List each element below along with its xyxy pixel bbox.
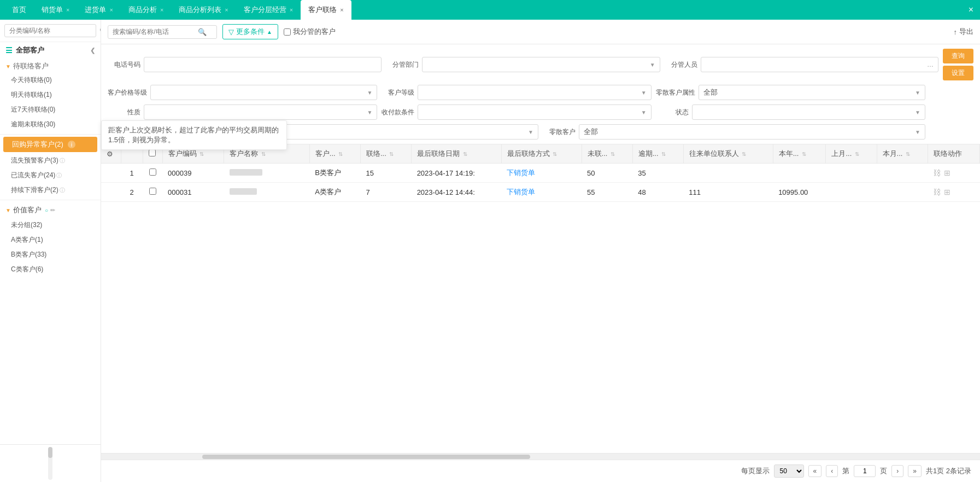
row2-checkbox[interactable] (143, 183, 162, 202)
col-customer-type[interactable]: 客户... ⇅ (309, 144, 360, 164)
col-last-contact-method[interactable]: 最后联络方式 ⇅ (501, 144, 582, 164)
filter-price-level-select[interactable]: ▼ (150, 85, 377, 100)
export-btn[interactable]: ↑ 导出 (954, 27, 974, 37)
filter-dept-label: 分管部门 (386, 60, 419, 69)
filter-payment-select[interactable]: ▼ (418, 104, 651, 120)
sidebar-item-churned[interactable]: 已流失客户(24) ⓘ (0, 168, 101, 183)
close-customer-tier[interactable]: × (290, 7, 293, 13)
scroll-thumb[interactable] (202, 455, 530, 459)
sidebar-item-tomorrow[interactable]: 明天待联络(1) (0, 88, 101, 102)
sidebar-scrollbar[interactable] (48, 447, 52, 480)
nav-product-analysis[interactable]: 商品分析 × (121, 0, 171, 20)
col-last-month[interactable]: 上月... ⇅ (826, 144, 877, 164)
filter-search-icon[interactable]: 🔍 (198, 28, 207, 36)
pending-contact-group: ▼ 待联络客户 (0, 59, 101, 73)
filter-manager-select[interactable]: … (701, 57, 938, 72)
sidebar-item-7days[interactable]: 近7天待联络(0) (0, 102, 101, 117)
nav-sales-order[interactable]: 销货单 × (34, 0, 77, 20)
settings-btn[interactable]: 设置 (943, 66, 973, 80)
col-this-month[interactable]: 本月... ⇅ (877, 144, 928, 164)
col-this-year[interactable]: 本年... ⇅ (773, 144, 826, 164)
sidebar-item-class-a[interactable]: A类客户(1) (0, 233, 101, 247)
row1-method-link[interactable]: 下销货单 (507, 169, 535, 177)
sidebar-item-repurchase-anomaly[interactable]: 回购异常客户(2) i (3, 137, 97, 152)
nav-product-analysis-list[interactable]: 商品分析列表 × (171, 0, 236, 20)
filter-search-input[interactable] (113, 28, 195, 36)
last-page-btn[interactable]: » (908, 465, 922, 477)
close-sales-order[interactable]: × (66, 7, 69, 13)
window-close-btn[interactable]: × (969, 5, 973, 15)
all-customers-header[interactable]: ☰ 全部客户 ❮ (0, 42, 101, 59)
page-number-input[interactable] (854, 465, 876, 477)
filter-retail-attr-select[interactable]: 全部 ▼ (699, 85, 925, 100)
row2-select[interactable] (149, 188, 156, 195)
filter-nature-select[interactable]: ▼ (144, 104, 377, 120)
close-product-analysis-list[interactable]: × (225, 7, 228, 13)
next-page-btn[interactable]: › (891, 465, 903, 477)
per-page-select[interactable]: 50 100 200 (774, 464, 804, 478)
more-filters-btn[interactable]: ▽ 更多条件 ▲ (222, 24, 278, 39)
nav-customer-tier[interactable]: 客户分层经营 × (236, 0, 301, 20)
nav-home[interactable]: 首页 (4, 0, 34, 20)
row1-select[interactable] (149, 169, 156, 176)
filter-customer-level-select[interactable]: ▼ (418, 85, 651, 100)
filter-row-1: 电话号码 分管部门 ▼ 分管人员 … (108, 49, 973, 80)
customer-level-arrow-icon: ▼ (641, 90, 647, 96)
manager-dots[interactable]: … (927, 61, 934, 68)
filter-dept-select[interactable]: ▼ (422, 57, 660, 72)
select-all-checkbox[interactable] (149, 149, 156, 156)
sort-unit-icon: ⇅ (742, 151, 746, 157)
my-customer-checkbox[interactable] (284, 28, 291, 36)
filter-phone: 电话号码 (108, 57, 382, 72)
sort-name-icon: ⇅ (261, 151, 266, 157)
collapse-icon[interactable]: ❮ (90, 47, 95, 54)
table-area[interactable]: ⚙ 客户编码 ⇅ 客户名称 ⇅ 客户... ⇅ 联络... ⇅ 最后联络日期 ⇅… (101, 144, 980, 453)
row1-name (224, 164, 309, 183)
sidebar-item-class-b[interactable]: B类客户(33) (0, 247, 101, 262)
row1-method[interactable]: 下销货单 (501, 164, 582, 183)
per-page-label: 每页显示 (741, 466, 770, 476)
row1-unit-contact (683, 164, 773, 183)
close-customer-contact[interactable]: × (340, 7, 343, 13)
sidebar-search-input[interactable] (4, 24, 96, 37)
col-overdue[interactable]: 逾期... ⇅ (632, 144, 683, 164)
edit-icon[interactable]: ✏ (50, 207, 55, 214)
filter-status-select[interactable]: ▼ (692, 104, 925, 120)
row2-grid-icon[interactable]: ⊞ (944, 188, 950, 196)
row1-grid-icon[interactable]: ⊞ (944, 169, 950, 177)
filter-icon: ▽ (228, 28, 234, 36)
sidebar-item-today[interactable]: 今天待联络(0) (0, 73, 101, 88)
row2-link-icon[interactable]: ⛓ (933, 188, 941, 196)
sort-type-icon: ⇅ (338, 151, 343, 157)
prev-page-btn[interactable]: ‹ (826, 465, 838, 477)
row2-this-year: 10995.00 (773, 183, 826, 202)
row1-link-icon[interactable]: ⛓ (933, 169, 941, 177)
row2-method-link[interactable]: 下销货单 (507, 188, 535, 196)
sidebar-item-churn-warning[interactable]: 流失预警客户(3) ⓘ (0, 153, 101, 168)
row1-checkbox[interactable] (143, 164, 162, 183)
sidebar-item-overdue[interactable]: 逾期未联络(30) (0, 117, 101, 132)
filter-phone-input[interactable] (144, 57, 382, 72)
nav-customer-contact[interactable]: 客户联络 × (301, 0, 351, 20)
row2-unit-contact: 111 (683, 183, 773, 202)
first-page-btn[interactable]: « (808, 465, 822, 477)
group-arrow-icon: ▼ (5, 63, 11, 69)
col-last-contact-date[interactable]: 最后联络日期 ⇅ (412, 144, 502, 164)
col-not-contacted[interactable]: 未联... ⇅ (582, 144, 632, 164)
row2-name (224, 183, 309, 202)
query-btn[interactable]: 查询 (943, 49, 973, 63)
sidebar-item-ungroup[interactable]: 未分组(32) (0, 218, 101, 233)
nav-purchase-order[interactable]: 进货单 × (77, 0, 120, 20)
row2-method[interactable]: 下销货单 (501, 183, 582, 202)
col-unit-contact[interactable]: 往来单位联系人 ⇅ (683, 144, 773, 164)
row1-this-month (877, 164, 928, 183)
close-product-analysis[interactable]: × (160, 7, 163, 13)
col-contact-count[interactable]: 联络... ⇅ (361, 144, 412, 164)
close-purchase-order[interactable]: × (109, 7, 113, 13)
value-circle-icon[interactable]: ○ (45, 207, 48, 213)
sidebar-item-declining[interactable]: 持续下滑客户(2) ⓘ (0, 183, 101, 198)
filter-retail-customer-select[interactable]: 全部 ▼ (579, 124, 925, 140)
row1-contact: 15 (361, 164, 412, 183)
sidebar-item-class-c[interactable]: C类客户(6) (0, 262, 101, 277)
horizontal-scrollbar[interactable] (101, 453, 980, 460)
